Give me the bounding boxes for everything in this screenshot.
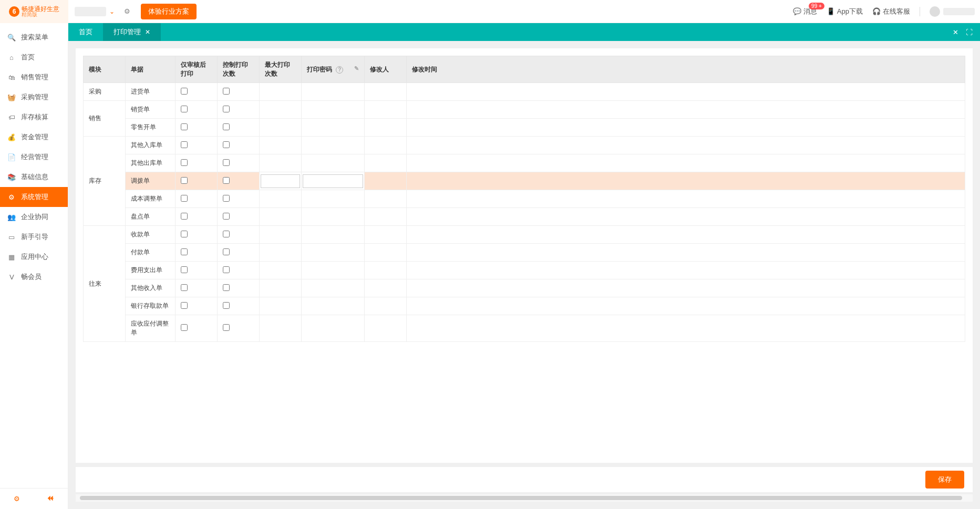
audit-only-checkbox[interactable]: [181, 177, 188, 184]
sidebar-item-coop[interactable]: 👥企业协同: [0, 207, 68, 227]
control-count-checkbox[interactable]: [223, 266, 230, 273]
tab-home[interactable]: 首页: [68, 23, 103, 41]
modifier-cell: [365, 172, 407, 190]
sidebar-item-system[interactable]: ⚙系统管理: [0, 187, 68, 207]
audit-only-checkbox[interactable]: [181, 324, 188, 331]
password-cell: [302, 190, 365, 208]
tab-print[interactable]: 打印管理✕: [103, 23, 161, 41]
sidebar-item-stock[interactable]: 🏷库存核算: [0, 107, 68, 127]
col-control-count: 控制打印次数: [218, 56, 260, 83]
control-count-cell: [218, 154, 260, 172]
audit-only-checkbox[interactable]: [181, 213, 188, 220]
audit-only-checkbox[interactable]: [181, 266, 188, 273]
topbar: 6 畅捷通好生意 精简版 ⌄ ⚙ 体验行业方案 💬 消息 99 + 📱 App下…: [0, 0, 980, 23]
table-row: 付款单: [84, 244, 965, 262]
control-count-checkbox[interactable]: [223, 123, 230, 130]
tab-bar: 首页打印管理✕ ✕ ⛶: [68, 23, 980, 41]
control-count-checkbox[interactable]: [223, 213, 230, 220]
control-count-checkbox[interactable]: [223, 159, 230, 166]
audit-only-checkbox[interactable]: [181, 88, 188, 95]
sidebar-item-basic[interactable]: 📚基础信息: [0, 167, 68, 187]
max-count-cell: [260, 119, 302, 137]
audit-only-checkbox[interactable]: [181, 248, 188, 255]
table-row: 其他收入单: [84, 279, 965, 297]
control-count-checkbox[interactable]: [223, 195, 230, 202]
audit-only-checkbox[interactable]: [181, 231, 188, 237]
fullscreen-icon[interactable]: ⛶: [966, 28, 973, 36]
max-count-input[interactable]: [261, 174, 300, 188]
password-cell: [302, 208, 365, 226]
sidebar-item-home[interactable]: ⌂首页: [0, 47, 68, 67]
control-count-cell: [218, 83, 260, 101]
control-count-checkbox[interactable]: [223, 248, 230, 255]
audit-only-cell: [176, 208, 218, 226]
password-cell: [302, 172, 365, 190]
col-password-label: 打印密码: [307, 66, 332, 73]
audit-only-checkbox[interactable]: [181, 141, 188, 148]
avatar-icon: [930, 6, 940, 17]
sidebar-item-vip[interactable]: Ⅴ畅会员: [0, 267, 68, 287]
sidebar-item-purchase[interactable]: 🧺采购管理: [0, 87, 68, 107]
password-cell: [302, 119, 365, 137]
control-count-checkbox[interactable]: [223, 141, 230, 148]
max-count-cell: [260, 315, 302, 342]
control-count-checkbox[interactable]: [223, 324, 230, 331]
control-count-checkbox[interactable]: [223, 106, 230, 112]
audit-only-checkbox[interactable]: [181, 123, 188, 130]
apps-icon: ▦: [7, 253, 16, 261]
user-menu[interactable]: [930, 6, 975, 17]
control-count-checkbox[interactable]: [223, 302, 230, 309]
sidebar-item-label: 企业协同: [21, 212, 48, 222]
sidebar-item-sales[interactable]: 🛍销售管理: [0, 67, 68, 87]
audit-only-checkbox[interactable]: [181, 284, 188, 291]
tab-close-icon[interactable]: ✕: [145, 28, 150, 36]
footer-settings-icon[interactable]: ⚙: [14, 495, 20, 503]
table-row: 成本调整单: [84, 190, 965, 208]
modifier-cell: [365, 137, 407, 154]
control-count-checkbox[interactable]: [223, 284, 230, 291]
audit-only-checkbox[interactable]: [181, 195, 188, 202]
control-count-checkbox[interactable]: [223, 88, 230, 95]
sidebar-item-finance[interactable]: 💰资金管理: [0, 127, 68, 147]
messages-button[interactable]: 💬 消息 99 +: [793, 7, 817, 16]
messages-badge: 99 +: [809, 3, 824, 9]
audit-only-cell: [176, 226, 218, 244]
horizontal-scrollbar[interactable]: [76, 494, 973, 502]
modifier-cell: [365, 244, 407, 262]
sidebar-item-search[interactable]: 🔍搜索菜单: [0, 27, 68, 47]
save-button[interactable]: 保存: [925, 471, 964, 489]
audit-only-checkbox[interactable]: [181, 106, 188, 112]
coop-icon: 👥: [7, 213, 16, 221]
control-count-cell: [218, 172, 260, 190]
close-all-tabs-icon[interactable]: ✕: [953, 28, 958, 36]
col-document: 单据: [126, 56, 176, 83]
table-row: 采购进货单: [84, 83, 965, 101]
table-row: 往来收款单: [84, 226, 965, 244]
sidebar-item-label: 搜索菜单: [21, 33, 48, 42]
sidebar-item-label: 库存核算: [21, 112, 48, 122]
audit-only-checkbox[interactable]: [181, 302, 188, 309]
password-input[interactable]: [303, 174, 363, 188]
settings-icon[interactable]: ⚙: [121, 5, 133, 18]
sidebar-item-apps[interactable]: ▦应用中心: [0, 247, 68, 267]
org-selector[interactable]: ⌄: [75, 7, 115, 16]
online-service-button[interactable]: 🎧 在线客服: [872, 7, 910, 16]
footer-collapse-icon[interactable]: ⯬: [47, 495, 54, 503]
help-icon[interactable]: ?: [336, 66, 343, 74]
sidebar-item-label: 系统管理: [21, 192, 48, 202]
document-cell: 其他入库单: [126, 137, 176, 154]
modify-time-cell: [407, 315, 965, 342]
industry-plan-button[interactable]: 体验行业方案: [141, 4, 197, 19]
brand-logo[interactable]: 6 畅捷通好生意 精简版: [0, 0, 68, 23]
document-cell: 付款单: [126, 244, 176, 262]
sidebar-item-guide[interactable]: ▭新手引导: [0, 227, 68, 247]
document-cell: 应收应付调整单: [126, 315, 176, 342]
control-count-checkbox[interactable]: [223, 231, 230, 237]
edit-icon[interactable]: ✎: [354, 65, 359, 72]
control-count-checkbox[interactable]: [223, 177, 230, 184]
sidebar-item-label: 首页: [21, 53, 35, 62]
control-count-cell: [218, 208, 260, 226]
sidebar-item-ops[interactable]: 📄经营管理: [0, 147, 68, 167]
audit-only-checkbox[interactable]: [181, 159, 188, 166]
app-download-button[interactable]: 📱 App下载: [827, 7, 863, 16]
